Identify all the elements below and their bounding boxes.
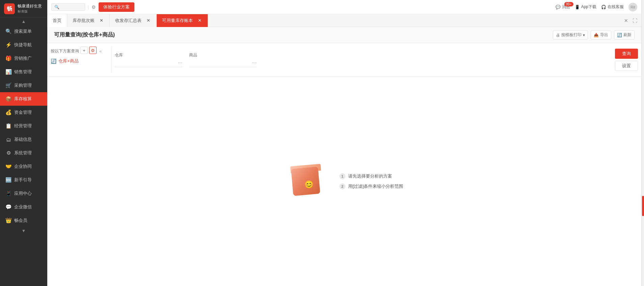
sidebar-item-search[interactable]: 🔍 搜索菜单 xyxy=(0,25,47,38)
refresh-label: 刷新 xyxy=(623,32,632,38)
filter-scheme-label: 按以下方案查询 xyxy=(51,48,79,54)
customer-service-label: 在线客服 xyxy=(608,4,624,10)
sidebar-scroll-up[interactable]: ▲ xyxy=(0,18,47,25)
setting-scheme-icon: ⚙ xyxy=(91,48,95,53)
empty-tips: 1 请先选择要分析的方案 2 用[过滤]条件来缩小分析范围 xyxy=(339,173,403,189)
print-button[interactable]: 🖨 按模板打印 ▾ xyxy=(553,30,588,40)
sidebar-item-system[interactable]: ⚙ 系统管理 xyxy=(0,146,47,160)
query-button[interactable]: 查询 xyxy=(615,49,638,59)
sidebar-item-finance[interactable]: 💰 资金管理 xyxy=(0,106,47,119)
customer-service-button[interactable]: 🎧 在线客服 xyxy=(601,4,624,10)
print-icon: 🖨 xyxy=(556,33,560,37)
tab-batch-account[interactable]: 库存批次账 ✕ xyxy=(67,14,110,27)
tabs-window-actions: ✕ ⛶ xyxy=(622,17,641,24)
sidebar-item-marketing[interactable]: 🎁 营销推广 xyxy=(0,52,47,65)
sidebar-item-label: 基础信息 xyxy=(14,136,32,142)
tab-inventory-summary-label: 收发存汇总表 xyxy=(115,18,141,24)
sidebar-item-member[interactable]: 👑 畅会员 xyxy=(0,214,47,227)
marketing-icon: 🎁 xyxy=(5,55,11,61)
window-close-btn[interactable]: ✕ xyxy=(622,17,630,24)
add-scheme-button[interactable]: + xyxy=(80,47,88,54)
sidebar-item-label: 快捷导航 xyxy=(14,42,32,48)
system-icon: ⚙ xyxy=(5,150,11,156)
scheme-item-warehouse-product[interactable]: 🔄 仓库+商品 xyxy=(51,58,102,64)
sidebar-item-label: 搜索菜单 xyxy=(14,28,32,34)
message-button[interactable]: 💬 消息 99+ xyxy=(556,4,570,10)
sidebar-logo: 畅 畅康通好生意 标准版 xyxy=(0,0,47,18)
refresh-button[interactable]: 🔄 刷新 xyxy=(614,30,635,40)
tip-item-1: 1 请先选择要分析的方案 xyxy=(339,173,403,179)
user-name: Rit xyxy=(630,5,635,9)
message-icon: 💬 xyxy=(556,5,561,9)
empty-illustration: 😊 xyxy=(285,161,326,202)
user-avatar-area[interactable]: Rit xyxy=(628,3,637,11)
sidebar-item-label: 采购管理 xyxy=(14,82,32,88)
export-icon: 📤 xyxy=(594,33,599,37)
basic-info-icon: 🗂 xyxy=(5,137,11,142)
window-expand-btn[interactable]: ⛶ xyxy=(631,17,639,24)
sidebar-item-purchase[interactable]: 🛒 采购管理 xyxy=(0,79,47,92)
box-face: 😊 xyxy=(304,180,314,189)
sidebar-item-label: 资金管理 xyxy=(14,109,32,115)
tab-batch-account-close[interactable]: ✕ xyxy=(99,18,104,23)
sidebar-item-wechat[interactable]: 💬 企业微信 xyxy=(0,200,47,214)
purchase-icon: 🛒 xyxy=(5,82,11,88)
warehouse-dots-button[interactable]: ··· xyxy=(178,60,182,66)
sidebar-item-label: 企业微信 xyxy=(14,204,32,210)
trial-industry-button[interactable]: 体验行业方案 xyxy=(99,2,134,12)
member-icon: 👑 xyxy=(5,217,11,224)
topbar-search[interactable]: 🔍 xyxy=(51,3,85,11)
export-button[interactable]: 📤 导出 xyxy=(591,30,611,40)
sidebar-item-label: 库存核算 xyxy=(14,96,32,102)
sidebar-item-operations[interactable]: 📋 经营管理 xyxy=(0,119,47,133)
page-title: 可用量查询(按仓库+商品) xyxy=(54,31,115,38)
product-dots-button[interactable]: ··· xyxy=(252,60,257,66)
logo-title: 畅康通好生意 xyxy=(18,4,42,9)
scheme-item-label: 仓库+商品 xyxy=(58,58,79,64)
tab-inventory-summary-close[interactable]: ✕ xyxy=(146,18,151,23)
tab-inventory-summary[interactable]: 收发存汇总表 ✕ xyxy=(110,14,157,27)
product-field-label: 商品 xyxy=(189,52,257,58)
sidebar-item-sales[interactable]: 📊 销售管理 xyxy=(0,65,47,79)
settings-button[interactable]: 设置 xyxy=(615,61,638,71)
sidebar-item-quick-nav[interactable]: ⚡ 快捷导航 xyxy=(0,38,47,52)
product-field: 商品 ··· xyxy=(189,52,257,67)
avatar: Rit xyxy=(628,3,637,11)
tip-item-2: 2 用[过滤]条件来缩小分析范围 xyxy=(339,183,403,189)
scheme-item-icon: 🔄 xyxy=(51,58,56,64)
topbar-gear-icon[interactable]: ⚙ xyxy=(92,4,96,10)
warehouse-field-label: 仓库 xyxy=(115,52,182,58)
right-scrollbar[interactable] xyxy=(641,0,644,286)
topbar-right: 💬 消息 99+ 📱 App下载 🎧 在线客服 Rit xyxy=(556,3,637,11)
sidebar-item-inventory[interactable]: 📦 库存核算 xyxy=(0,92,47,106)
filter-fields: 仓库 ··· 商品 ··· xyxy=(111,47,612,73)
collapse-filter-button[interactable]: « xyxy=(99,49,102,54)
box-body: 😊 xyxy=(291,167,320,196)
sales-icon: 📊 xyxy=(5,69,11,75)
app-download-icon: 📱 xyxy=(575,5,580,9)
sidebar-item-label: 新手引导 xyxy=(14,177,32,183)
tab-home[interactable]: 首页 xyxy=(47,14,67,27)
operations-icon: 📋 xyxy=(5,123,11,129)
product-input[interactable] xyxy=(189,60,251,66)
sidebar-item-cooperation[interactable]: 🤝 企业协同 xyxy=(0,160,47,173)
app-center-icon: 📱 xyxy=(5,190,11,197)
sidebar-item-label: 系统管理 xyxy=(14,150,32,156)
warehouse-input[interactable] xyxy=(115,60,177,66)
filter-actions: 查询 设置 xyxy=(612,47,641,73)
tip1-text: 请先选择要分析的方案 xyxy=(348,173,392,179)
sidebar-scroll-down[interactable]: ▼ xyxy=(0,227,47,234)
sidebar-item-basic-info[interactable]: 🗂 基础信息 xyxy=(0,133,47,146)
setting-scheme-button[interactable]: ⚙ xyxy=(89,47,97,54)
tip1-number: 1 xyxy=(339,173,345,179)
sidebar-item-label: 畅会员 xyxy=(14,217,27,224)
logo-badge: 标准版 xyxy=(18,9,42,14)
content-area: 可用量查询(按仓库+商品) 🖨 按模板打印 ▾ 📤 导出 🔄 刷新 xyxy=(47,27,641,286)
tab-available-stock-close[interactable]: ✕ xyxy=(197,18,202,23)
logo-icon: 畅 xyxy=(4,3,15,14)
page-header: 可用量查询(按仓库+商品) 🖨 按模板打印 ▾ 📤 导出 🔄 刷新 xyxy=(47,27,641,43)
sidebar-item-app-center[interactable]: 📱 应用中心 xyxy=(0,187,47,200)
sidebar-item-guide[interactable]: 🆕 新手引导 xyxy=(0,173,47,187)
app-download-button[interactable]: 📱 App下载 xyxy=(575,4,596,10)
tab-available-stock[interactable]: 可用量库存账本 ✕ xyxy=(157,14,208,27)
